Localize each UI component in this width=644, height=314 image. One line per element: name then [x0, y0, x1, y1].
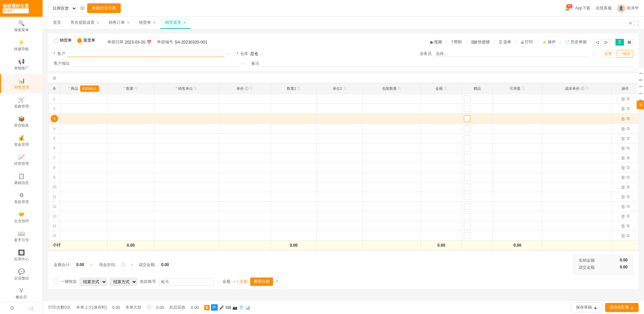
copy-icon[interactable]: ⧉ [627, 126, 630, 131]
pack-qty-cell[interactable] [363, 94, 421, 104]
delete-icon[interactable]: 🗑 [621, 126, 625, 131]
input-icon-chart[interactable]: 📊 [245, 305, 250, 310]
gift-checkbox[interactable] [464, 125, 471, 132]
copy-icon[interactable]: ⧉ [627, 184, 630, 190]
pack-qty-cell[interactable] [363, 114, 421, 124]
tab-close-all-icon[interactable]: ✕ [629, 20, 633, 26]
remark-input[interactable] [261, 60, 633, 67]
gift-checkbox[interactable] [464, 193, 471, 200]
qty2-cell[interactable] [271, 114, 317, 124]
amount-cell[interactable] [421, 114, 462, 124]
settings-gear-icon[interactable]: ⚙ [80, 5, 85, 11]
calc-method-select[interactable]: 结算方式 [110, 278, 137, 286]
add-logistics-btn[interactable]: + 物流 [617, 50, 633, 58]
input-icon-zhong[interactable]: 中 [211, 304, 218, 311]
right-btn-active[interactable]: ⊞ [637, 101, 644, 109]
sidebar-item-finance[interactable]: 💰 资金管理 [0, 131, 43, 150]
qty2-cell[interactable] [271, 94, 317, 104]
qty2-cell[interactable] [271, 104, 317, 114]
tab-sales[interactable]: 销货单 ✕ [134, 17, 160, 29]
delete-icon[interactable]: 🗑 [621, 233, 625, 238]
gift-checkbox[interactable] [464, 96, 471, 102]
delete-icon[interactable]: 🗑 [621, 116, 625, 121]
gift-checkbox[interactable] [464, 232, 471, 239]
notification-area[interactable]: 🔔 70 [565, 6, 570, 11]
sidebar-item-member[interactable]: V 畅会员 [0, 284, 43, 302]
calendar-icon[interactable]: 📅 [147, 40, 152, 45]
gift-checkbox[interactable] [464, 105, 471, 112]
input-icon-keyboard[interactable]: ⌨ [225, 305, 231, 310]
gift-checkbox[interactable] [464, 223, 471, 229]
copy-icon[interactable]: ⧉ [627, 136, 630, 141]
sidebar-item-guide[interactable]: 📖 新手引导 [0, 227, 43, 246]
delete-icon[interactable]: 🗑 [621, 214, 625, 219]
unit2-cell[interactable] [317, 114, 363, 124]
list-view-btn[interactable]: ☰ [615, 39, 624, 46]
copy-icon[interactable]: ⧉ [627, 106, 630, 111]
product-cell-active[interactable] [60, 114, 107, 124]
tab-sales-order[interactable]: 销售订单 ✕ [104, 17, 134, 29]
copy-icon[interactable]: ⧉ [627, 165, 630, 170]
sale-unit-cell[interactable] [154, 94, 219, 104]
right-btn-msg[interactable]: 消息 [637, 67, 644, 73]
salesperson-input[interactable] [434, 51, 590, 57]
input-icon-shirt[interactable]: 👕 [239, 305, 244, 310]
discount-hint-icon[interactable]: ⓘ [121, 262, 125, 268]
customer-input[interactable] [67, 51, 225, 57]
save-draft-button[interactable]: 保存草稿 ▲ [571, 303, 602, 312]
delete-icon[interactable]: 🗑 [621, 136, 625, 141]
gift-cell[interactable] [462, 104, 493, 114]
sidebar-item-purchase[interactable]: 🛒 采购管理 [0, 93, 43, 112]
sidebar-item-shortcut[interactable]: ⚡ 快捷导航 [0, 36, 43, 55]
next-btn[interactable]: ▷ [602, 39, 610, 46]
gift-checkbox[interactable] [464, 184, 471, 190]
tab-home[interactable]: 首页 [48, 17, 66, 29]
cost-price-cell[interactable] [542, 114, 611, 124]
gift-checkbox[interactable] [464, 213, 471, 219]
operate-action[interactable]: ⚡ 操作 [542, 39, 556, 45]
gift-checkbox[interactable] [464, 154, 471, 161]
sidebar-item-marketing[interactable]: 📢 营销推广 [0, 55, 43, 74]
delete-icon[interactable]: 🗑 [621, 146, 625, 151]
amount-cell[interactable] [421, 94, 462, 104]
gift-checkbox[interactable] [464, 203, 471, 210]
available-cell[interactable] [492, 94, 542, 104]
user-area[interactable]: 👤 徐泽华 [617, 4, 639, 12]
industry-select[interactable]: 日用百货 [48, 4, 77, 13]
account-input[interactable] [159, 278, 214, 286]
one-click-pay-checkbox[interactable] [54, 279, 58, 284]
input-icon-s[interactable]: S [204, 305, 210, 310]
gift-checkbox[interactable] [464, 145, 471, 151]
delete-icon[interactable]: 🗑 [621, 224, 625, 229]
product-cell[interactable] [60, 94, 107, 104]
quantity-cell[interactable] [107, 114, 154, 124]
salesperson-picker-icon[interactable]: ··· [592, 52, 596, 56]
right-btn-favorite[interactable]: 收藏 [637, 94, 644, 100]
tab-close-icon[interactable]: ✕ [183, 21, 186, 24]
copy-icon[interactable]: ⧉ [627, 155, 630, 161]
sidebar-item-inventory[interactable]: 📦 库存核算 [0, 112, 43, 131]
right-btn-remind[interactable]: 提醒 [637, 74, 644, 80]
delete-icon[interactable]: 🗑 [621, 155, 625, 161]
sidebar-item-enterprise[interactable]: 🤝 企业协同 [0, 208, 43, 227]
tab-close-icon[interactable]: ✕ [153, 21, 156, 24]
gift-checkbox[interactable] [464, 135, 471, 142]
config-settings-btn[interactable]: 设置 [601, 50, 615, 58]
collapse-icon[interactable]: ◁ [29, 305, 33, 311]
copy-icon[interactable]: ⧉ [627, 175, 630, 180]
gift-cell[interactable] [462, 94, 493, 104]
video-action[interactable]: ▶ 视频 [430, 39, 442, 45]
warehouse-picker-icon[interactable]: ··· [260, 52, 264, 56]
fee-split-help-icon[interactable]: ? [276, 279, 278, 284]
delete-icon[interactable]: 🗑 [621, 106, 625, 111]
copy-icon[interactable]: ⧉ [627, 213, 630, 219]
input-icon-camera[interactable]: 📷 [232, 305, 237, 310]
radio-sale[interactable]: 销货单 [54, 38, 72, 43]
table-settings-btn[interactable]: ⚙ [52, 75, 57, 81]
gift-checkbox[interactable] [464, 164, 471, 171]
gift-cell[interactable] [462, 114, 493, 124]
gift-checkbox[interactable] [464, 115, 471, 122]
try-industry-button[interactable]: 体验行业方案 [87, 3, 121, 13]
sidebar-item-appstore[interactable]: 🔲 应用中心 [0, 246, 43, 265]
delete-icon[interactable]: 🗑 [621, 185, 625, 190]
